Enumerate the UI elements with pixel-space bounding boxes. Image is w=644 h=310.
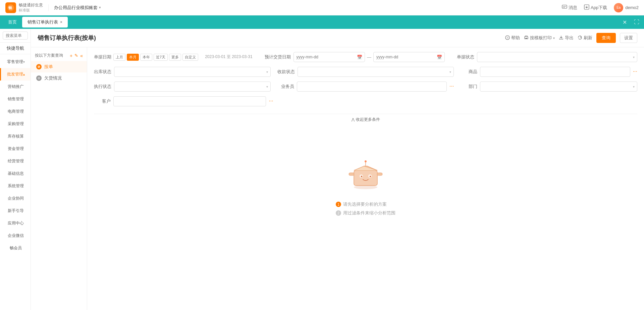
user-menu[interactable]: Ea demo2 [614, 3, 639, 12]
sidebar-item-base-info[interactable]: 基础信息 [0, 167, 31, 180]
left-panel: 按以下方案查询 + ✎ « 按单 [31, 47, 87, 310]
print-dropdown-icon[interactable]: ▾ [553, 36, 555, 40]
export-icon [559, 35, 564, 41]
window-expand-icon[interactable]: ⛶ [632, 17, 641, 27]
sidebar-item-ecommerce[interactable]: 电商管理 [0, 105, 31, 118]
dropdown-icon[interactable]: ▾ [99, 5, 101, 10]
header-right: 消息 App下载 Ea demo2 [562, 3, 639, 12]
window-close-icon[interactable]: ✕ [620, 17, 629, 27]
date-btn-this-year[interactable]: 本年 [140, 54, 152, 61]
app-download-button[interactable]: App下载 [584, 4, 607, 11]
date-btn-custom[interactable]: 自定义 [182, 54, 198, 61]
date-btn-more[interactable]: 更多 [169, 54, 181, 61]
search-input[interactable] [3, 32, 28, 40]
page-actions: ? 帮助 按模板打印 ▾ [505, 33, 637, 43]
delivery-select[interactable] [114, 67, 271, 77]
filter-section: 单据日期 上月 本月 本年 近7天 更多 自定义 2023-03-01 至 20… [87, 47, 644, 125]
sidebar-item-member[interactable]: 畅会员 [0, 242, 31, 254]
sidebar-item-new-guide[interactable]: 新手引导 [0, 205, 31, 217]
empty-icon-area [345, 152, 386, 193]
date-btn-last-month[interactable]: 上月 [113, 54, 125, 61]
expected-date-end[interactable] [373, 52, 445, 62]
search-button[interactable]: 查询 [596, 33, 616, 43]
export-button[interactable]: 导出 [559, 35, 574, 41]
logo-area: 畅 畅捷通好生意 标准版 [5, 2, 43, 13]
customer-input[interactable] [113, 96, 266, 106]
debt-icon [36, 75, 42, 81]
filter-dept-item: 部门 ▾ [461, 82, 637, 92]
payment-select[interactable] [298, 67, 454, 77]
tab-close-icon[interactable]: × [60, 20, 62, 24]
message-button[interactable]: 消息 [562, 4, 577, 11]
date-label: 单据日期 [94, 54, 111, 60]
sidebar-item-finance[interactable]: 资金管理 [0, 143, 31, 155]
sidebar-item-wechat[interactable]: 企业微信 [0, 229, 31, 242]
status-select-wrapper: ▾ [477, 52, 637, 62]
filter-row-1: 单据日期 上月 本月 本年 近7天 更多 自定义 2023-03-01 至 20… [94, 52, 637, 62]
collapse-panel-button[interactable]: « [80, 53, 83, 58]
left-panel-header: 按以下方案查询 + ✎ « [31, 51, 87, 61]
date-btn-this-month[interactable]: 本月 [127, 54, 139, 61]
template-print-button[interactable]: 按模板打印 ▾ [524, 35, 555, 41]
goods-dots-button[interactable]: ··· [633, 68, 637, 75]
collapse-button[interactable]: ⋀ 收起更多条件 [352, 117, 380, 122]
tip-num-1: 1 [336, 202, 341, 207]
svg-rect-19 [349, 173, 354, 175]
header-left: 畅 畅捷通好生意 标准版 办公用品行业模拟账套 ▾ [5, 2, 101, 13]
sidebar-item-app-center[interactable]: 应用中心 [0, 217, 31, 229]
filter-payment-item: 收款状态 ▾ [277, 67, 454, 77]
dept-select[interactable] [480, 82, 637, 92]
sidebar-item-batch-mgmt[interactable]: 批发管理 ▴ [0, 68, 31, 81]
sidebar-item-purchase[interactable]: 采购管理 [0, 118, 31, 130]
filter-expected-date-item: 预计交货日期 📅 — 📅 [265, 52, 445, 62]
customer-dots-button[interactable]: ··· [269, 98, 273, 105]
edit-scheme-button[interactable]: ✎ [74, 53, 78, 58]
svg-point-18 [365, 160, 367, 162]
sidebar-item-inventory[interactable]: 库存核算 [0, 130, 31, 143]
salesman-input[interactable] [297, 82, 447, 92]
tab-sales-execution[interactable]: 销售订单执行表 × [22, 17, 68, 28]
tab-home[interactable]: 首页 [3, 17, 22, 28]
status-select[interactable] [477, 52, 637, 62]
sidebar-item-enterprise[interactable]: 企业协同 [0, 192, 31, 205]
sidebar-item-system[interactable]: 系统管理 [0, 180, 31, 192]
salesman-label: 业务员 [277, 84, 294, 90]
settings-button[interactable]: 设置 [620, 33, 637, 43]
goods-input[interactable] [480, 67, 630, 77]
content-body: 按以下方案查询 + ✎ « 按单 [31, 47, 644, 310]
filter-exec-item: 执行状态 ▾ [94, 82, 271, 92]
refresh-button[interactable]: 刷新 [578, 35, 592, 41]
sidebar-item-zero-sales[interactable]: 零售管理 ▾ [0, 56, 31, 68]
svg-rect-7 [525, 38, 527, 39]
print-icon [524, 35, 529, 41]
sidebar-item-sales-mgmt[interactable]: 销售管理 [0, 93, 31, 105]
sidebar-item-marketing[interactable]: 营销推广 [0, 81, 31, 93]
tip-num-2: 2 [336, 210, 341, 216]
logo-icon: 畅 [5, 2, 16, 13]
salesman-dots-button[interactable]: ··· [449, 83, 454, 90]
sidebar-search-area [0, 29, 31, 43]
svg-point-16 [370, 176, 371, 177]
empty-state: 1 请先选择要分析的方案 2 用过滤条件来缩小分析范围 [87, 125, 644, 246]
expected-date-start[interactable] [293, 52, 365, 62]
scheme-item-order[interactable]: 按单 [31, 61, 87, 72]
svg-rect-11 [354, 170, 377, 186]
exec-label: 执行状态 [94, 84, 111, 90]
expected-date-end-wrapper: 📅 [373, 52, 445, 62]
quick-nav-item[interactable]: 快捷导航 [0, 43, 31, 54]
quick-nav-label: 快捷导航 [7, 46, 24, 51]
chevron-up-icon: ▴ [23, 72, 25, 76]
date-btn-7days[interactable]: 近7天 [154, 54, 168, 61]
header-title[interactable]: 办公用品行业模拟账套 ▾ [54, 5, 101, 11]
payment-select-wrapper: ▾ [298, 67, 454, 77]
svg-text:?: ? [507, 36, 508, 40]
scheme-item-debt[interactable]: 欠货情况 [31, 72, 87, 84]
sidebar-item-ops[interactable]: 经营管理 [0, 155, 31, 167]
filter-row-3: 执行状态 ▾ 业务员 ··· 部门 [94, 82, 637, 92]
exec-select[interactable] [114, 82, 271, 92]
help-button[interactable]: ? 帮助 [505, 35, 520, 41]
date-separator: — [367, 55, 371, 60]
filter-date-item: 单据日期 上月 本月 本年 近7天 更多 自定义 [94, 54, 198, 61]
date-range-text: 2023-03-01 至 2023-03-31 [205, 54, 252, 60]
add-scheme-button[interactable]: + [70, 53, 72, 58]
